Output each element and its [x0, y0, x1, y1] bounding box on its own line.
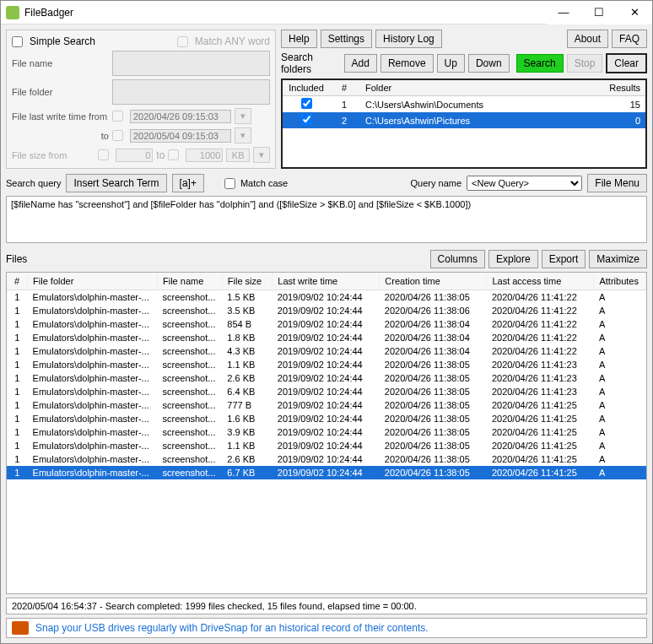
- maximize-grid-button[interactable]: Maximize: [589, 250, 647, 268]
- col-file-name[interactable]: File name: [157, 273, 222, 290]
- app-logo-icon: [6, 6, 19, 19]
- folder-include-checkbox[interactable]: [301, 114, 312, 125]
- move-up-button[interactable]: Up: [437, 54, 465, 73]
- file-row[interactable]: 1Emulators\dolphin-master-...screenshot.…: [7, 385, 646, 398]
- col-attr[interactable]: Attributes: [594, 273, 646, 290]
- file-name-field: [112, 51, 270, 76]
- move-down-button[interactable]: Down: [468, 54, 510, 73]
- regex-button[interactable]: [a]+: [172, 174, 204, 192]
- lwt-to-enable: [112, 130, 123, 141]
- file-row[interactable]: 1Emulators\dolphin-master-...screenshot.…: [7, 398, 646, 412]
- lwt-to-label: to: [12, 131, 109, 141]
- file-row[interactable]: 1Emulators\dolphin-master-...screenshot.…: [7, 412, 646, 425]
- file-row[interactable]: 1Emulators\dolphin-master-...screenshot.…: [7, 358, 646, 371]
- size-unit-select: KB: [226, 149, 250, 162]
- file-menu-button[interactable]: File Menu: [587, 174, 647, 192]
- match-case-label: Match case: [240, 178, 288, 188]
- size-from-field: [116, 149, 153, 162]
- file-row[interactable]: 1Emulators\dolphin-master-...screenshot.…: [7, 344, 646, 358]
- file-row[interactable]: 1Emulators\dolphin-master-...screenshot.…: [7, 290, 646, 305]
- size-unit-dropdown-icon: ▾: [253, 147, 270, 163]
- file-grid[interactable]: # File folder File name File size Last w…: [6, 272, 647, 594]
- simple-search-label: Simple Search: [30, 35, 95, 47]
- history-log-button[interactable]: History Log: [375, 30, 442, 48]
- file-folder-field: [112, 79, 270, 105]
- size-from-enable: [98, 149, 109, 160]
- file-folder-label: File folder: [12, 87, 109, 97]
- match-case-checkbox[interactable]: [224, 178, 235, 189]
- file-row[interactable]: 1Emulators\dolphin-master-...screenshot.…: [7, 371, 646, 385]
- explore-button[interactable]: Explore: [488, 250, 538, 268]
- folder-row[interactable]: 2C:\Users\Ashwin\Pictures0: [283, 112, 645, 128]
- folder-list[interactable]: Included # Folder Results 1C:\Users\Ashw…: [281, 78, 647, 169]
- search-folders-label: Search folders: [281, 51, 341, 75]
- camera-icon: [12, 621, 29, 635]
- folder-include-checkbox[interactable]: [301, 98, 312, 109]
- file-row[interactable]: 1Emulators\dolphin-master-...screenshot.…: [7, 452, 646, 466]
- file-row[interactable]: 1Emulators\dolphin-master-...screenshot.…: [7, 317, 646, 331]
- col-file-folder[interactable]: File folder: [28, 273, 158, 290]
- files-label: Files: [6, 253, 27, 265]
- faq-button[interactable]: FAQ: [612, 30, 647, 48]
- size-to-label: to: [156, 149, 165, 161]
- col-file-num[interactable]: #: [7, 273, 28, 290]
- help-button[interactable]: Help: [281, 30, 317, 48]
- col-included[interactable]: Included: [283, 80, 330, 96]
- search-query-label: Search query: [6, 178, 61, 188]
- titlebar: FileBadger — ☐ ✕: [1, 1, 652, 24]
- col-results[interactable]: Results: [586, 80, 645, 96]
- simple-search-panel: Simple Search Match ANY word File name F…: [6, 30, 276, 169]
- app-title: FileBadger: [24, 7, 546, 19]
- folder-row[interactable]: 1C:\Users\Ashwin\Documents15: [283, 96, 645, 113]
- stop-button: Stop: [567, 54, 603, 73]
- file-row[interactable]: 1Emulators\dolphin-master-...screenshot.…: [7, 439, 646, 452]
- promo-bar: Snap your USB drives regularly with Driv…: [6, 618, 647, 638]
- lwt-from-dropdown-icon: ▾: [235, 108, 251, 124]
- query-name-select[interactable]: <New Query>: [467, 176, 582, 191]
- file-row[interactable]: 1Emulators\dolphin-master-...screenshot.…: [7, 466, 646, 479]
- file-row[interactable]: 1Emulators\dolphin-master-...screenshot.…: [7, 425, 646, 439]
- close-button[interactable]: ✕: [617, 1, 652, 24]
- minimize-button[interactable]: —: [546, 1, 581, 24]
- col-folder[interactable]: Folder: [360, 80, 586, 96]
- clear-button[interactable]: Clear: [606, 53, 647, 73]
- size-to-field: [186, 149, 223, 162]
- col-num[interactable]: #: [330, 80, 360, 96]
- lwt-from-label: File last write time from: [12, 111, 109, 122]
- query-name-label: Query name: [411, 178, 462, 188]
- file-row[interactable]: 1Emulators\dolphin-master-...screenshot.…: [7, 331, 646, 344]
- add-folder-button[interactable]: Add: [344, 54, 377, 73]
- match-any-label: Match ANY word: [195, 35, 270, 47]
- lwt-from-field: [130, 110, 231, 123]
- insert-term-button[interactable]: Insert Search Term: [66, 174, 166, 192]
- status-bar: 2020/05/04 16:54:37 - Search completed: …: [6, 598, 647, 614]
- lwt-to-dropdown-icon: ▾: [235, 127, 251, 143]
- maximize-button[interactable]: ☐: [581, 1, 617, 24]
- search-button[interactable]: Search: [516, 54, 564, 73]
- simple-search-checkbox[interactable]: [12, 36, 23, 47]
- lwt-from-enable: [112, 111, 123, 122]
- file-row[interactable]: 1Emulators\dolphin-master-...screenshot.…: [7, 304, 646, 317]
- settings-button[interactable]: Settings: [321, 30, 372, 48]
- right-pane: Help Settings History Log About FAQ Sear…: [281, 30, 647, 169]
- about-button[interactable]: About: [567, 30, 608, 48]
- size-from-label: File size from: [12, 150, 94, 160]
- col-ct[interactable]: Creation time: [380, 273, 487, 290]
- export-button[interactable]: Export: [542, 250, 586, 268]
- remove-folder-button[interactable]: Remove: [380, 54, 434, 73]
- lwt-to-field: [130, 129, 231, 143]
- query-textbox[interactable]: [$fileName has "screenshot"] and [$fileF…: [6, 196, 647, 243]
- size-to-enable: [168, 149, 179, 160]
- query-toolbar: Search query Insert Search Term [a]+ Mat…: [6, 174, 647, 192]
- file-name-label: File name: [12, 58, 109, 68]
- app-window: FileBadger — ☐ ✕ Simple Search Match ANY…: [0, 0, 653, 644]
- col-lat[interactable]: Last access time: [487, 273, 594, 290]
- columns-button[interactable]: Columns: [430, 250, 485, 268]
- promo-link[interactable]: Snap your USB drives regularly with Driv…: [35, 622, 429, 634]
- col-file-size[interactable]: File size: [222, 273, 272, 290]
- col-lwt[interactable]: Last write time: [273, 273, 380, 290]
- match-any-checkbox: [177, 36, 188, 47]
